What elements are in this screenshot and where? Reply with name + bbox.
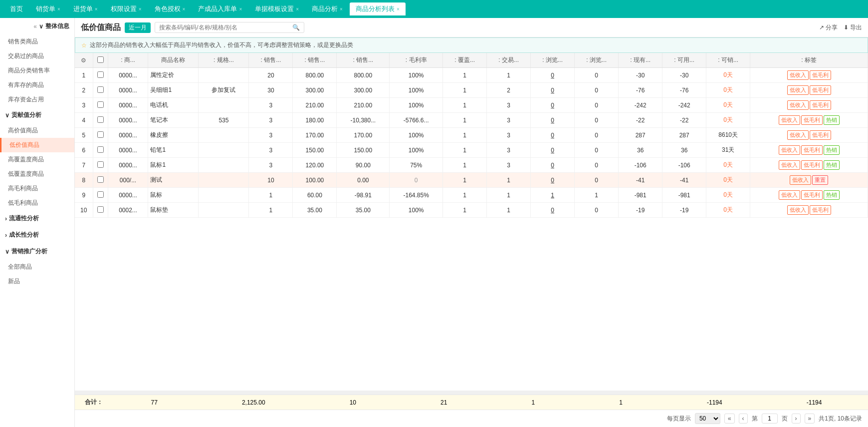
col-gross-margin[interactable]: : 毛利率 (390, 53, 443, 68)
sidebar-item-traded-products[interactable]: 交易过的商品 (0, 49, 74, 63)
nav-purchase-order[interactable]: 进货单 × (67, 2, 104, 15)
sidebar-item-new-products[interactable]: 新品 (0, 274, 74, 289)
next-page-button[interactable]: › (792, 414, 801, 424)
select-all-checkbox[interactable] (97, 56, 104, 63)
nav-home[interactable]: 首页 (4, 2, 29, 15)
table-wrapper: ⚙ : 商... 商品名称 : 规格... : 销售... : 销售... : … (75, 53, 868, 391)
row-browse1[interactable]: 0 (531, 113, 575, 128)
row-browse1[interactable]: 0 (531, 143, 575, 158)
row-checkbox-cell[interactable] (93, 113, 108, 128)
nav-product-analysis-list[interactable]: 商品分析列表 × (350, 2, 406, 15)
close-icon[interactable]: × (296, 6, 299, 12)
row-checkbox[interactable] (97, 116, 104, 123)
col-code[interactable]: : 商... (108, 53, 148, 68)
search-input[interactable] (159, 24, 290, 31)
col-browse2[interactable]: : 浏览... (575, 53, 619, 68)
row-checkbox-cell[interactable] (93, 83, 108, 98)
row-checkbox-cell[interactable] (93, 158, 108, 173)
sidebar-item-sales-products[interactable]: 销售类商品 (0, 34, 74, 49)
sidebar-item-stocked-products[interactable]: 有库存的商品 (0, 78, 74, 92)
sidebar-group-overall[interactable]: « ∨ 整体信息 (0, 18, 74, 34)
row-browse1[interactable]: 0 (531, 158, 575, 173)
row-checkbox-cell[interactable] (93, 143, 108, 158)
sidebar-group-circulation[interactable]: › 流通性分析 (0, 210, 74, 227)
sidebar-item-stock-capital[interactable]: 库存资金占用 (0, 92, 74, 107)
row-checkbox-cell[interactable] (93, 188, 108, 203)
row-browse1[interactable]: 1 (531, 188, 575, 203)
row-browse1[interactable]: 0 (531, 68, 575, 83)
col-sales-amount[interactable]: : 销售... (293, 53, 337, 68)
row-browse1[interactable]: 0 (531, 203, 575, 218)
col-sales-avg[interactable]: : 销售... (337, 53, 390, 68)
nav-product-analysis[interactable]: 商品分析 × (306, 2, 349, 15)
row-checkbox-cell[interactable] (93, 68, 108, 83)
sidebar-group-contribution[interactable]: ∨ 贡献值分析 (0, 107, 74, 123)
row-sales-avg: 170.00 (337, 128, 390, 143)
row-checkbox[interactable] (97, 71, 104, 78)
row-checkbox[interactable] (97, 191, 104, 198)
close-icon[interactable]: × (57, 6, 60, 12)
row-checkbox-cell[interactable] (93, 128, 108, 143)
row-checkbox[interactable] (97, 206, 104, 213)
share-button[interactable]: ↗ 分享 (819, 23, 838, 32)
col-name[interactable]: 商品名称 (148, 53, 199, 68)
close-icon[interactable]: × (340, 6, 343, 12)
row-browse1[interactable]: 0 (531, 173, 575, 188)
col-current-stock[interactable]: : 现有... (619, 53, 662, 68)
col-sales-qty[interactable]: : 销售... (249, 53, 293, 68)
nav-product-inbound[interactable]: 产成品入库单 × (192, 2, 248, 15)
sidebar-item-high-margin[interactable]: 高毛利商品 (0, 181, 74, 196)
row-browse1[interactable]: 0 (531, 128, 575, 143)
search-icon[interactable]: 🔍 (292, 24, 300, 31)
sidebar-item-high-value[interactable]: 高价值商品 (0, 123, 74, 138)
row-checkbox[interactable] (97, 146, 104, 153)
sidebar-item-low-coverage[interactable]: 低覆盖度商品 (0, 167, 74, 181)
col-available[interactable]: : 可用... (662, 53, 706, 68)
row-browse1[interactable]: 0 (531, 83, 575, 98)
nav-template-settings[interactable]: 单据模板设置 × (249, 2, 305, 15)
prev-page-button[interactable]: ‹ (739, 414, 748, 424)
row-sales-avg: -98.91 (337, 188, 390, 203)
total-sales-qty: 77 (151, 399, 158, 406)
row-checkbox[interactable] (97, 161, 104, 168)
nav-permissions[interactable]: 权限设置 × (105, 2, 148, 15)
row-checkbox-cell[interactable] (93, 98, 108, 113)
close-icon[interactable]: × (139, 6, 142, 12)
sidebar-item-high-coverage[interactable]: 高覆盖度商品 (0, 152, 74, 167)
sidebar-item-all-products[interactable]: 全部商品 (0, 260, 74, 274)
row-checkbox[interactable] (97, 101, 104, 108)
col-sellable[interactable]: : 可销... (706, 53, 750, 68)
sidebar-item-low-value[interactable]: 低价值商品 (0, 138, 74, 152)
row-checkbox[interactable] (97, 176, 104, 183)
sidebar-group-marketing[interactable]: ∨ 营销推广分析 (0, 243, 74, 260)
close-icon[interactable]: × (95, 6, 98, 12)
row-checkbox[interactable] (97, 86, 104, 93)
close-icon[interactable]: × (183, 6, 186, 12)
close-icon[interactable]: × (239, 6, 242, 12)
nav-sales-order[interactable]: 销货单 × (30, 2, 66, 15)
per-page-select[interactable]: 50 100 200 (695, 413, 720, 424)
close-icon[interactable]: × (397, 6, 400, 12)
col-tags[interactable]: : 标签 (750, 53, 868, 68)
first-page-button[interactable]: « (724, 414, 735, 424)
collapse-icon[interactable]: « (33, 23, 37, 30)
col-coverage[interactable]: : 覆盖... (443, 53, 487, 68)
col-spec[interactable]: : 规格... (199, 53, 249, 68)
sidebar-item-category-sales-rate[interactable]: 商品分类销售率 (0, 63, 74, 78)
horizontal-scrollbar[interactable] (75, 391, 868, 395)
page-input[interactable] (762, 414, 778, 424)
sidebar-group-growth[interactable]: › 成长性分析 (0, 227, 74, 243)
settings-icon[interactable]: ⚙ (81, 57, 86, 64)
row-checkbox[interactable] (97, 131, 104, 138)
sidebar-item-low-margin[interactable]: 低毛利商品 (0, 196, 74, 210)
col-browse1[interactable]: : 浏览... (531, 53, 575, 68)
export-button[interactable]: ⬇ 导出 (844, 23, 862, 32)
last-page-button[interactable]: » (805, 414, 815, 424)
col-gear[interactable]: ⚙ (75, 53, 93, 68)
row-checkbox-cell[interactable] (93, 173, 108, 188)
col-transaction[interactable]: : 交易... (487, 53, 531, 68)
nav-role-auth[interactable]: 角色授权 × (149, 2, 192, 15)
row-browse1[interactable]: 0 (531, 98, 575, 113)
filter-recent-month[interactable]: 近一月 (125, 22, 151, 33)
row-checkbox-cell[interactable] (93, 203, 108, 218)
